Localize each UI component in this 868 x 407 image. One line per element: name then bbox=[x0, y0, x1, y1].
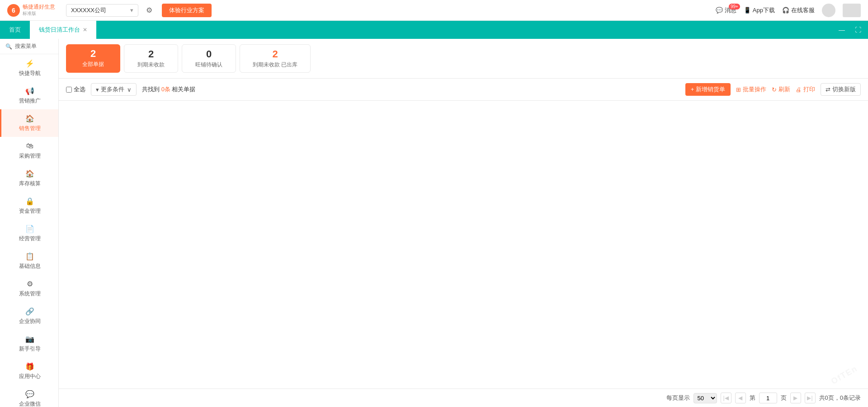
filter-icon: ▾ bbox=[96, 86, 99, 93]
sidebar-item-sales[interactable]: 🏠 销售管理 bbox=[0, 109, 58, 137]
message-btn[interactable]: 💬 消息 99+ bbox=[716, 6, 736, 14]
pagination-bar: 每页显示 50 20 100 |◀ ◀ 第 页 ▶ ▶| 共0页，0条记录 bbox=[59, 388, 868, 407]
sidebar-item-finance[interactable]: 🔒 资金管理 bbox=[0, 192, 58, 220]
sales-icon: 🏠 bbox=[25, 114, 34, 123]
card-shipped-number: 2 bbox=[273, 48, 278, 60]
sidebar-item-base-info[interactable]: 📋 基础信息 bbox=[0, 247, 58, 275]
company-selector[interactable]: XXXXXX公司 ▾ bbox=[66, 4, 138, 17]
card-overdue-number: 2 bbox=[148, 48, 154, 60]
first-page-btn[interactable]: |◀ bbox=[721, 393, 731, 403]
sidebar-item-beginner[interactable]: 📷 新手引导 bbox=[0, 330, 58, 357]
close-tab-icon[interactable]: ✕ bbox=[83, 27, 87, 33]
message-icon: 💬 bbox=[716, 7, 723, 14]
found-suffix: 相关单据 bbox=[172, 86, 195, 93]
card-all-number: 2 bbox=[90, 48, 96, 60]
beginner-icon: 📷 bbox=[25, 334, 34, 343]
base-info-icon: 📋 bbox=[25, 252, 34, 261]
maximize-icon[interactable]: ⛶ bbox=[852, 23, 864, 36]
sidebar-item-marketing[interactable]: 📢 营销推广 bbox=[0, 82, 58, 109]
prev-page-btn[interactable]: ◀ bbox=[735, 393, 746, 403]
filter-btn[interactable]: ▾ 更多条件 ∨ bbox=[91, 83, 137, 96]
sidebar-item-app-center[interactable]: 🎁 应用中心 bbox=[0, 357, 58, 385]
minimize-icon[interactable]: — bbox=[835, 23, 848, 36]
sidebar-search[interactable]: 🔍 搜索菜单 bbox=[0, 39, 58, 54]
main-layout: 🔍 搜索菜单 ⚡ 快捷导航 📢 营销推广 🏠 销售管理 🛍 采购管理 🏠 库存核… bbox=[0, 39, 868, 407]
sidebar-item-operations[interactable]: 📄 经营管理 bbox=[0, 220, 58, 247]
sidebar-item-purchase-label: 采购管理 bbox=[19, 152, 41, 160]
sidebar-search-label: 搜索菜单 bbox=[15, 42, 37, 50]
settings-icon[interactable]: ⚙ bbox=[142, 3, 156, 18]
page-label-suffix: 页 bbox=[781, 394, 787, 402]
app-center-icon: 🎁 bbox=[25, 362, 34, 371]
batch-op-btn[interactable]: ⊞ 批量操作 bbox=[736, 85, 766, 94]
toolbar-right: + 新增销货单 ⊞ 批量操作 ↻ 刷新 🖨 打印 ⇄ 切换新版 bbox=[685, 83, 861, 96]
system-icon: ⚙ bbox=[25, 279, 34, 288]
sidebar-item-quick-nav[interactable]: ⚡ 快捷导航 bbox=[0, 54, 58, 82]
per-page-select[interactable]: 50 20 100 bbox=[693, 393, 717, 403]
switch-icon: ⇄ bbox=[826, 86, 830, 93]
top-bar: 6 畅捷通好生意 标准版 XXXXXX公司 ▾ ⚙ 体验行业方案 💬 消息 99… bbox=[0, 0, 868, 21]
card-all[interactable]: 2 全部单据 bbox=[66, 44, 120, 73]
card-all-label: 全部单据 bbox=[82, 61, 104, 68]
sidebar-item-enterprise[interactable]: 🔗 企业协同 bbox=[0, 302, 58, 330]
user-name-area[interactable] bbox=[843, 4, 861, 17]
switch-version-btn[interactable]: ⇄ 切换新版 bbox=[821, 83, 861, 96]
last-page-btn[interactable]: ▶| bbox=[805, 393, 816, 403]
print-btn[interactable]: 🖨 打印 bbox=[796, 85, 815, 94]
dropdown-arrow-icon: ▾ bbox=[130, 7, 133, 14]
sidebar-item-wechat-label: 企业微信 bbox=[19, 400, 41, 407]
online-service-btn[interactable]: 🎧 在线客服 bbox=[782, 6, 815, 14]
card-wangpu-label: 旺铺待确认 bbox=[195, 61, 222, 69]
sidebar-item-purchase[interactable]: 🛍 采购管理 bbox=[0, 137, 58, 164]
filter-dropdown-icon: ∨ bbox=[127, 86, 132, 93]
next-page-btn[interactable]: ▶ bbox=[790, 393, 801, 403]
select-all-checkbox[interactable]: 全选 bbox=[66, 85, 85, 94]
card-overdue-label: 到期未收款 bbox=[137, 61, 165, 69]
summary-cards: 2 全部单据 2 到期未收款 0 旺铺待确认 2 到期未收款 已出库 bbox=[59, 39, 868, 79]
logo-icon: 6 bbox=[7, 4, 20, 17]
app-download-btn[interactable]: 📱 App下载 bbox=[744, 6, 775, 14]
headset-icon: 🎧 bbox=[782, 7, 789, 14]
sidebar-item-wechat[interactable]: 💬 企业微信 bbox=[0, 385, 58, 407]
tab-home[interactable]: 首页 bbox=[0, 21, 30, 39]
sidebar-item-system[interactable]: ⚙ 系统管理 bbox=[0, 275, 58, 302]
tab-home-label: 首页 bbox=[9, 26, 21, 34]
sidebar-item-base-info-label: 基础信息 bbox=[19, 262, 41, 270]
online-service-label: 在线客服 bbox=[791, 6, 815, 14]
enterprise-icon: 🔗 bbox=[25, 307, 34, 316]
tab-work-bench[interactable]: 钱货日清工作台 ✕ bbox=[30, 21, 96, 39]
sidebar-item-app-center-label: 应用中心 bbox=[19, 373, 41, 380]
app-download-label: App下载 bbox=[753, 6, 775, 14]
avatar[interactable] bbox=[822, 4, 835, 17]
page-input[interactable] bbox=[759, 393, 777, 403]
sidebar: 🔍 搜索菜单 ⚡ 快捷导航 📢 营销推广 🏠 销售管理 🛍 采购管理 🏠 库存核… bbox=[0, 39, 59, 407]
sidebar-item-inventory-label: 库存核算 bbox=[19, 180, 41, 187]
refresh-icon: ↻ bbox=[772, 86, 777, 93]
marketing-icon: 📢 bbox=[25, 86, 34, 95]
sidebar-item-marketing-label: 营销推广 bbox=[19, 97, 41, 105]
sidebar-item-inventory[interactable]: 🏠 库存核算 bbox=[0, 164, 58, 192]
wechat-icon: 💬 bbox=[25, 389, 34, 398]
add-sale-btn[interactable]: + 新增销货单 bbox=[685, 83, 731, 96]
card-wangpu-number: 0 bbox=[206, 48, 212, 60]
select-all-input[interactable] bbox=[66, 87, 72, 93]
total-info: 共0页，0条记录 bbox=[819, 394, 861, 402]
purchase-icon: 🛍 bbox=[25, 141, 34, 150]
card-shipped[interactable]: 2 到期未收款 已出库 bbox=[240, 44, 311, 73]
message-badge: 99+ bbox=[729, 4, 740, 9]
download-icon: 📱 bbox=[744, 7, 751, 14]
sidebar-item-sales-label: 销售管理 bbox=[19, 125, 41, 132]
quick-nav-icon: ⚡ bbox=[25, 59, 34, 68]
card-overdue[interactable]: 2 到期未收款 bbox=[124, 44, 178, 73]
refresh-btn[interactable]: ↻ 刷新 bbox=[772, 85, 790, 94]
experience-btn[interactable]: 体验行业方案 bbox=[162, 4, 212, 17]
search-icon: 🔍 bbox=[5, 43, 12, 50]
sidebar-item-operations-label: 经营管理 bbox=[19, 235, 41, 243]
sidebar-item-beginner-label: 新手引导 bbox=[19, 345, 41, 353]
toolbar: 全选 ▾ 更多条件 ∨ 共找到 0条 相关单据 + 新增销货单 ⊞ 批量操作 ↻ bbox=[59, 79, 868, 101]
card-wangpu[interactable]: 0 旺铺待确认 bbox=[182, 44, 236, 73]
top-right-actions: 💬 消息 99+ 📱 App下载 🎧 在线客服 bbox=[716, 4, 861, 17]
found-prefix: 共找到 bbox=[142, 86, 160, 93]
print-icon: 🖨 bbox=[796, 86, 802, 93]
tab-work-bench-label: 钱货日清工作台 bbox=[39, 26, 80, 34]
